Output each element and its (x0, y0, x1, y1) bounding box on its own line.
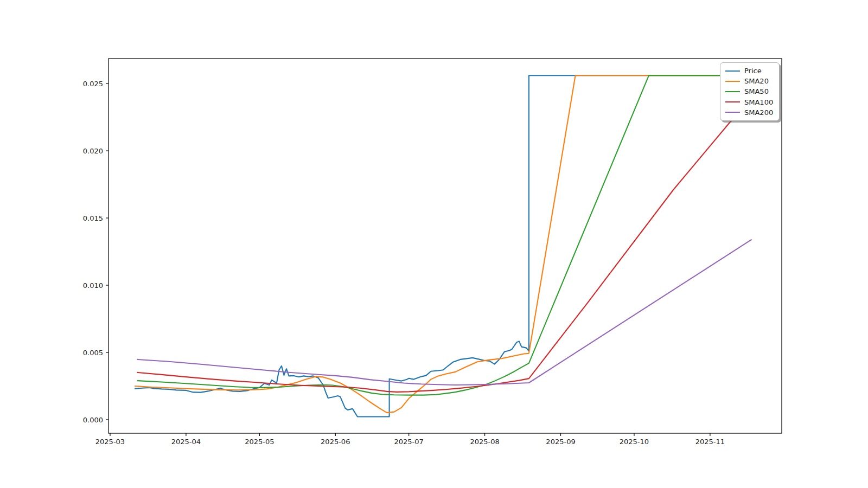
legend-line-swatch (725, 81, 740, 82)
x-tick-label: 2025-04 (171, 438, 201, 446)
legend-item-label: SMA100 (744, 97, 773, 107)
legend-item: SMA200 (725, 107, 774, 118)
y-tick-label: 0.010 (71, 281, 103, 290)
series-line-sma100 (137, 98, 752, 392)
x-tick-label: 2025-09 (546, 438, 575, 446)
legend-item: SMA50 (725, 86, 774, 97)
figure-canvas: 2025-032025-042025-052025-062025-072025-… (0, 0, 868, 488)
x-tick-label: 2025-11 (695, 438, 725, 446)
x-tick-label: 2025-06 (321, 438, 350, 446)
legend-item: SMA20 (725, 76, 774, 86)
plot-border (108, 59, 782, 433)
y-tick-label: 0.005 (71, 348, 103, 356)
legend-line-swatch (725, 101, 740, 102)
x-tick-label: 2025-08 (470, 438, 499, 446)
x-tick-label: 2025-10 (620, 438, 649, 446)
y-tick-label: 0.000 (71, 415, 103, 423)
series-line-price (135, 75, 752, 416)
series-line-sma20 (135, 75, 752, 413)
legend-item-label: SMA20 (744, 76, 769, 86)
legend-item-label: SMA50 (744, 86, 769, 97)
x-tick-label: 2025-07 (394, 438, 424, 446)
series-line-sma50 (137, 75, 752, 395)
legend-line-swatch (725, 70, 740, 72)
x-tick-label: 2025-03 (95, 438, 125, 446)
y-tick-label: 0.020 (71, 147, 103, 155)
y-tick-label: 0.015 (71, 214, 103, 222)
legend-item-label: SMA200 (744, 107, 773, 118)
series-line-sma200 (137, 240, 752, 385)
legend-line-swatch (725, 112, 740, 113)
legend-item: Price (725, 66, 774, 76)
legend-box: PriceSMA20SMA50SMA100SMA200 (720, 62, 780, 121)
y-tick-label: 0.025 (71, 80, 103, 88)
legend-item: SMA100 (725, 97, 774, 107)
legend-line-swatch (725, 91, 740, 92)
legend-item-label: Price (744, 66, 762, 76)
x-tick-label: 2025-05 (245, 438, 274, 446)
